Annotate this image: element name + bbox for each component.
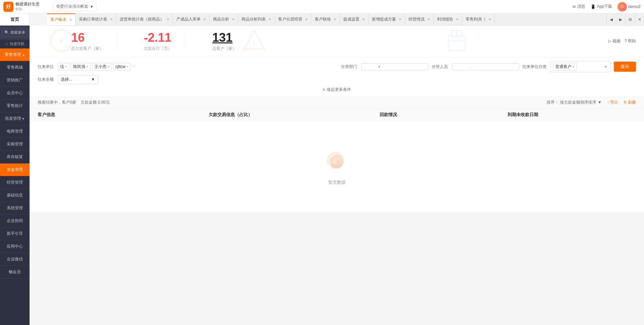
tab-customer-contact[interactable]: 客户联络 ✕ <box>311 13 340 26</box>
filter-tag-wu-close[interactable]: × <box>65 65 67 69</box>
tab-commission-settings[interactable]: 提成设置 ✕ <box>340 13 369 26</box>
sort-arrow-icon: ▼ <box>598 100 602 105</box>
tab-customer-layer-close[interactable]: ✕ <box>305 17 308 21</box>
tab-profit-report-close[interactable]: ✕ <box>456 17 459 21</box>
tab-commission-settings-label: 提成设置 <box>343 16 359 22</box>
sort-select[interactable]: 排序： 按欠款金额倒序排序 ▼ <box>547 100 602 105</box>
filter-balance-input[interactable]: 选择... ▼ <box>58 75 98 84</box>
filter-tag-cjttcw-close[interactable]: × <box>127 65 129 69</box>
tab-operations-close[interactable]: ✕ <box>427 17 430 21</box>
sidebar-item-retail-mall[interactable]: 零售商城 <box>0 61 30 74</box>
tab-client-account[interactable]: 客户账本 ✕ <box>47 13 76 26</box>
sidebar-wholesale-arrow-icon: ▼ <box>22 117 25 120</box>
stat2-label: 欠款合计（万） <box>144 46 172 51</box>
sidebar-item-wechat[interactable]: 企业微信 <box>0 253 30 266</box>
filter-unit-tags: 伍 × 陈民强 × 王小亮 × cjttcw × ... <box>58 63 338 71</box>
filter-tag-wang-close[interactable]: × <box>108 65 110 69</box>
industry-selector[interactable]: 母婴行业演示帐套 ▼ <box>53 2 97 11</box>
sidebar-item-wholesale[interactable]: 批发管理 ▼ <box>0 112 30 125</box>
tab-customer-layer-label: 客户分层经营 <box>278 16 302 22</box>
sidebar-item-retail-label: 零售管理 <box>5 52 21 57</box>
help-btn[interactable]: ? 帮助 <box>625 38 636 44</box>
sidebar-item-operations[interactable]: 经营管理 <box>0 176 30 189</box>
tab-customer-contact-close[interactable]: ✕ <box>334 17 336 21</box>
tab-client-account-close[interactable]: ✕ <box>69 18 72 22</box>
stat2-value: -2.11 <box>144 31 171 44</box>
tab-stock-stats[interactable]: 进货单统计表（按商品） ✕ <box>116 13 173 26</box>
col-debt-info: 欠款交易信息（占比） <box>209 112 380 118</box>
filter-tag-wu-text: 伍 <box>60 64 64 70</box>
results-count: 搜索结果中，客户0家 <box>38 100 76 105</box>
sidebar-search-btn[interactable]: 🔍 搜索菜单 <box>2 28 28 37</box>
query-button[interactable]: 查询 <box>614 62 636 72</box>
col-repayment: 回款情况 <box>380 112 508 118</box>
filter-tag-chen-close[interactable]: × <box>86 65 88 69</box>
sidebar-quick-nav[interactable]: ☆ 快捷导航 <box>0 39 30 48</box>
sidebar-item-system[interactable]: 系统管理 <box>0 202 30 215</box>
filter-tag-normal: 普通客户 × <box>553 63 577 71</box>
sidebar-item-purchase[interactable]: 采购管理 <box>0 138 30 151</box>
sidebar-item-basic[interactable]: 基础信息 <box>0 189 30 202</box>
user-area[interactable]: D demo2 <box>617 2 641 11</box>
tab-new-commission[interactable]: 新增提成方案 ✕ <box>369 13 405 26</box>
message-btn[interactable]: ✉ 消息 <box>572 4 585 9</box>
filter-row-1: 往来单位 伍 × 陈民强 × 王小亮 × cjttcw × ... <box>38 61 636 72</box>
tab-stock-stats-close[interactable]: ✕ <box>167 17 169 21</box>
sidebar-item-apps[interactable]: 应用中心 <box>0 240 30 253</box>
username: demo2 <box>628 4 641 9</box>
filter-more-btn[interactable]: ... <box>132 63 135 71</box>
filter-row-2: 往来余额 选择... ▼ <box>38 75 636 84</box>
collapse-btn[interactable]: ∧ 收起更多条件 <box>38 87 636 93</box>
tab-retail-profit[interactable]: 零售利润（ ✕ <box>462 13 495 26</box>
export-btn[interactable]: ↑ 导出 <box>607 100 618 105</box>
tab-goods-list[interactable]: 商品分析列表 ✕ <box>238 13 275 26</box>
tabs-next-btn[interactable]: ▶ <box>616 13 625 26</box>
sidebar-item-vip[interactable]: 畅会员 <box>0 266 30 279</box>
tab-new-commission-close[interactable]: ✕ <box>399 17 401 21</box>
tab-product-in[interactable]: 产成品入库单 ✕ <box>173 13 210 26</box>
tab-retail-profit-close[interactable]: ✕ <box>488 17 491 21</box>
video-btn[interactable]: ▷ 视频 <box>608 38 620 44</box>
sidebar-item-member[interactable]: 会员中心 <box>0 87 30 100</box>
filter-person-select[interactable]: ... <box>452 63 519 70</box>
tab-client-account-label: 客户账本 <box>50 17 67 23</box>
tab-goods-list-close[interactable]: ✕ <box>268 17 271 21</box>
filter-tag-normal-close[interactable]: × <box>572 65 574 69</box>
sidebar-item-finance[interactable]: 资金管理 <box>0 164 30 176</box>
tab-commission-settings-close[interactable]: ✕ <box>362 17 365 21</box>
sidebar-item-marketing[interactable]: 营销推广 <box>0 74 30 87</box>
sidebar-item-newbie[interactable]: 新手引导 <box>0 227 30 240</box>
filter-tag-chen-text: 陈民强 <box>73 64 85 70</box>
home-tab[interactable]: 首页 <box>10 16 19 23</box>
tab-purchase-order[interactable]: 采购订单统计表 ✕ <box>76 13 116 26</box>
sidebar-item-wechat-label: 企业微信 <box>7 257 23 261</box>
table-header: 客户信息 欠款交易信息（占比） 回款情况 到期未收款日期 <box>30 108 644 121</box>
refresh-btn[interactable]: ↻ 刷新 <box>624 100 636 105</box>
sidebar-item-retail-mall-label: 零售商城 <box>7 65 23 70</box>
logo-text-area: 畅捷通好生意 标版 <box>15 2 40 11</box>
tab-customer-layer[interactable]: 客户分层经营 ✕ <box>275 13 311 26</box>
empty-icon <box>324 148 350 175</box>
tab-product-in-close[interactable]: ✕ <box>203 17 206 21</box>
app-download-btn[interactable]: 📱 App下载 <box>591 4 612 9</box>
tab-profit-report[interactable]: 利润报告 ✕ <box>434 13 462 26</box>
filter-class-select[interactable]: 普通客户 × ▼ <box>550 61 610 72</box>
filter-tag-normal-text: 普通客户 <box>555 64 571 70</box>
sidebar-item-inventory[interactable]: 库存核算 <box>0 151 30 164</box>
sidebar-item-ecommerce[interactable]: 电商管理 <box>0 125 30 138</box>
sidebar-item-retail[interactable]: 零售管理 ▲ <box>0 48 30 61</box>
tab-goods-analysis-close[interactable]: ✕ <box>232 17 234 21</box>
tab-goods-analysis-label: 商品分析 <box>213 16 229 22</box>
top-bar: 好 畅捷通好生意 标版 母婴行业演示帐套 ▼ ✉ 消息 📱 App下载 D de… <box>0 0 644 13</box>
tab-operations[interactable]: 经营情况 ✕ <box>405 13 434 26</box>
tabs-close-all-btn[interactable]: ✕ <box>635 13 644 26</box>
sidebar-item-retail-stats[interactable]: 零售统计 <box>0 100 30 112</box>
sidebar-item-enterprise[interactable]: 企业协同 <box>0 215 30 227</box>
tab-goods-analysis[interactable]: 商品分析 ✕ <box>210 13 238 26</box>
filter-dept-select[interactable]: ▼ <box>361 63 428 70</box>
tabs-prev-btn[interactable]: ◀ <box>606 13 616 26</box>
tabs-expand-btn[interactable]: ⊞ <box>625 13 635 26</box>
collapse-up-icon: ∧ <box>323 87 326 92</box>
tab-purchase-order-close[interactable]: ✕ <box>110 17 113 21</box>
avatar: D <box>617 2 627 11</box>
